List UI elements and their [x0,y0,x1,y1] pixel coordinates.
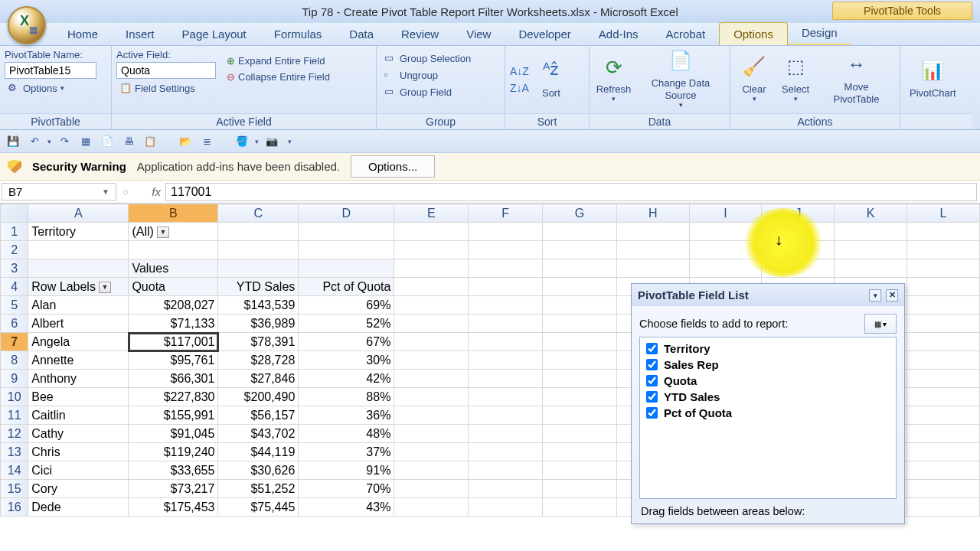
field-list-layout-dropdown[interactable]: ▾ [869,289,881,302]
cell-C11[interactable]: $56,157 [218,406,299,425]
cell-L2[interactable] [907,241,980,259]
cell-D12[interactable]: 48% [299,425,394,443]
customize-qat-icon[interactable]: ▾ [288,138,292,145]
cell-D5[interactable]: 69% [299,296,394,315]
cell-D11[interactable]: 36% [299,406,394,425]
cell-F5[interactable] [469,296,543,315]
pivotchart-button[interactable]: 📊PivotChart [905,58,961,101]
cell-L12[interactable] [907,425,980,443]
cell-L14[interactable] [907,461,980,480]
cell-G8[interactable] [543,351,617,370]
field-checkbox[interactable] [646,343,658,354]
cell-C6[interactable]: $36,989 [218,315,299,333]
ungroup-button[interactable]: ▫Ungroup [381,67,500,83]
chevron-down-icon[interactable]: ▼ [102,187,109,196]
cell-D16[interactable]: 43% [299,498,394,517]
ribbon-tab-design[interactable]: Design [788,21,851,45]
cell-A12[interactable]: Cathy [28,425,129,443]
cell-C9[interactable]: $27,846 [218,370,299,388]
cell-E15[interactable] [394,480,469,498]
field-list-box[interactable]: TerritorySales RepQuotaYTD SalesPct of Q… [639,337,897,499]
cell-B4[interactable]: Quota [129,278,218,296]
cell-A16[interactable]: Dede [28,498,129,517]
redo-icon[interactable]: ↷ [56,133,73,150]
print-icon[interactable]: 🖶 [120,133,137,150]
cell-F7[interactable] [469,333,543,351]
options-button[interactable]: ⚙ Options ▾ [5,80,106,96]
cell-D1[interactable] [299,223,394,241]
row-header-12[interactable]: 12 [1,425,28,443]
cell-K3[interactable] [835,259,907,278]
cell-G16[interactable] [543,498,617,517]
ribbon-tab-developer[interactable]: Developer [505,23,584,45]
cell-C12[interactable]: $43,702 [218,425,299,443]
print-preview-icon[interactable]: ▦ [77,133,94,150]
column-header-J[interactable]: J [762,204,835,223]
select-button[interactable]: ⬚Select▾ [776,54,815,105]
field-item-territory[interactable]: Territory [645,341,891,357]
field-checkbox[interactable] [646,375,658,386]
save-icon[interactable]: 💾 [5,133,21,150]
pivottable-name-input[interactable] [5,62,96,79]
cell-A9[interactable]: Anthony [28,370,129,388]
clear-button[interactable]: 🧹Clear▾ [735,54,773,105]
cell-D9[interactable]: 42% [299,370,394,388]
cell-F16[interactable] [469,498,543,517]
cell-J2[interactable] [762,241,835,259]
cell-E14[interactable] [394,461,469,480]
cell-G7[interactable] [543,333,617,351]
cell-H2[interactable] [616,241,689,259]
cell-D8[interactable]: 30% [299,351,394,370]
column-header-I[interactable]: I [689,204,762,223]
cell-F11[interactable] [469,406,543,425]
new-icon[interactable]: 📄 [99,133,116,150]
cell-E10[interactable] [394,388,469,406]
cell-F6[interactable] [469,315,543,333]
active-field-input[interactable] [116,62,216,79]
column-header-D[interactable]: D [299,204,394,223]
cell-G5[interactable] [543,296,617,315]
cell-C5[interactable]: $143,539 [218,296,299,315]
cell-A1[interactable]: Territory [28,223,129,241]
cell-A10[interactable]: Bee [28,388,129,406]
cell-B16[interactable]: $175,453 [129,498,218,517]
cell-A15[interactable]: Cory [28,480,129,498]
collapse-field-button[interactable]: ⊖ Collapse Entire Field [224,70,333,84]
column-header-C[interactable]: C [218,204,299,223]
cell-E5[interactable] [394,296,469,315]
cell-H1[interactable] [616,223,689,241]
cell-A2[interactable] [28,241,129,259]
field-item-sales-rep[interactable]: Sales Rep [645,357,891,373]
cell-C2[interactable] [218,241,299,259]
cell-G15[interactable] [543,480,617,498]
row-header-1[interactable]: 1 [1,223,28,241]
cell-B6[interactable]: $71,133 [129,315,218,333]
cell-E8[interactable] [394,351,469,370]
cell-D15[interactable]: 70% [299,480,394,498]
cell-L9[interactable] [907,370,980,388]
field-item-pct-of-quota[interactable]: Pct of Quota [645,405,891,421]
ribbon-tab-formulas[interactable]: Formulas [260,23,336,45]
row-header-13[interactable]: 13 [1,443,28,461]
change-data-source-button[interactable]: 📄 Change Data Source▾ [636,48,725,111]
cell-E16[interactable] [394,498,469,517]
cell-F8[interactable] [469,351,543,370]
cell-G4[interactable] [543,278,617,296]
cell-B14[interactable]: $33,655 [129,461,218,480]
cell-C15[interactable]: $51,252 [218,480,299,498]
cell-J3[interactable] [762,259,835,278]
formula-input[interactable] [165,183,977,201]
cell-L6[interactable] [907,315,980,333]
cell-L10[interactable] [907,388,980,406]
move-pivottable-button[interactable]: ↔Move PivotTable [818,52,895,106]
cell-C4[interactable]: YTD Sales [218,278,299,296]
cell-C16[interactable]: $75,445 [218,498,299,517]
cell-B12[interactable]: $91,045 [129,425,218,443]
field-settings-button[interactable]: 📋 Field Settings [116,80,216,96]
sort-button[interactable]: ᴬẑ Sort [532,58,570,101]
office-button[interactable] [8,6,46,44]
row-header-7[interactable]: 7 [1,333,28,351]
cell-I1[interactable] [689,223,762,241]
cell-A11[interactable]: Caitlin [28,406,129,425]
column-header-B[interactable]: B [129,204,218,223]
